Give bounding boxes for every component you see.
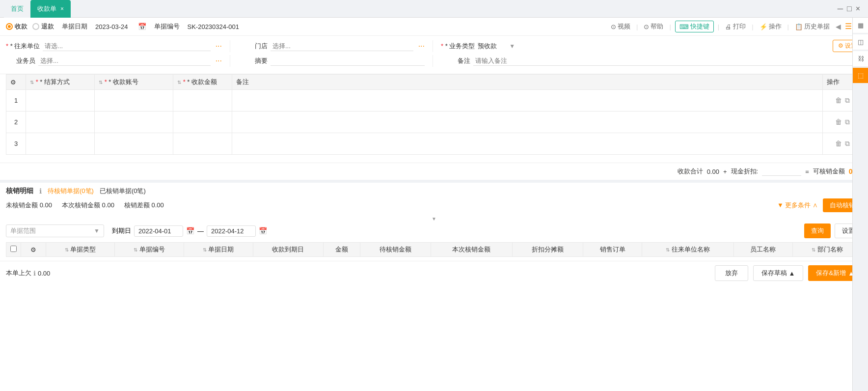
equals-sign: = bbox=[805, 168, 809, 175]
more-conditions-btn[interactable]: ▼ 更多条件 ∧ bbox=[777, 201, 818, 210]
tab-home[interactable]: 首页 bbox=[4, 0, 30, 18]
bottom-table: ⚙ ⇅ 单据类型 ⇅ 单据编号 ⇅ 单据日期 bbox=[6, 242, 862, 257]
delete-btn-2[interactable]: 🗑 bbox=[835, 118, 842, 126]
cell-settlement-2[interactable] bbox=[26, 112, 95, 133]
chevron-down-icon: ▼ bbox=[509, 43, 515, 50]
cell-remark-2[interactable] bbox=[232, 112, 823, 133]
close-button[interactable]: × bbox=[856, 4, 860, 13]
total-value: 0.00 bbox=[707, 168, 719, 175]
radio-tuikuan[interactable]: 退款 bbox=[32, 22, 54, 31]
draft-button[interactable]: 保存草稿 ▲ bbox=[753, 265, 804, 281]
nav-arrows: ◀ bbox=[836, 23, 841, 30]
help-icon: ⊙ bbox=[644, 23, 649, 30]
tab-home-label: 首页 bbox=[11, 4, 24, 13]
due-start-input[interactable] bbox=[134, 225, 183, 237]
shortcut-icon: ⌨ bbox=[679, 23, 689, 30]
cell-amount-3[interactable] bbox=[173, 133, 232, 155]
cell-amount-1[interactable] bbox=[173, 90, 232, 112]
info-icon[interactable]: ℹ bbox=[33, 270, 36, 277]
bottom-table-container: ⚙ ⇅ 单据类型 ⇅ 单据编号 ⇅ 单据日期 bbox=[6, 242, 862, 257]
counterpart-input[interactable] bbox=[43, 41, 210, 51]
cell-account-3[interactable] bbox=[95, 133, 173, 155]
remark-input[interactable] bbox=[473, 56, 862, 66]
prev-arrow[interactable]: ◀ bbox=[836, 23, 841, 30]
circle-icon: ⊙ bbox=[611, 23, 616, 30]
hexiao-stats: 未核销金额 0.00 本次核销金额 0.00 核销差额 0.00 ▼ 更多条件 … bbox=[6, 198, 862, 212]
query-button[interactable]: 查询 bbox=[804, 223, 831, 238]
store-label: 门店 bbox=[238, 42, 268, 51]
business-type-value: 预收款 bbox=[478, 42, 507, 51]
number-value: SK-20230324-001 bbox=[188, 23, 240, 30]
print-btn[interactable]: 🖨 打印 bbox=[723, 21, 748, 32]
tab-close-icon[interactable]: × bbox=[60, 5, 64, 12]
tab-shoukuan[interactable]: 收款单 × bbox=[30, 0, 71, 18]
table-header: ⚙ ⇅ * * 结算方式 ⇅ * * 收款账号 ⇅ * bbox=[6, 75, 862, 90]
calendar-icon[interactable]: 📅 bbox=[138, 23, 146, 30]
cell-remark-1[interactable] bbox=[232, 90, 823, 112]
discount-input[interactable] bbox=[762, 167, 801, 176]
done-link[interactable]: 已核销单据(0笔) bbox=[100, 187, 146, 196]
store-more-btn[interactable]: ··· bbox=[418, 42, 425, 50]
cell-settlement-3[interactable] bbox=[26, 133, 95, 155]
cell-settlement-1[interactable] bbox=[26, 90, 95, 112]
sidebar-icon-3[interactable]: ⛓ bbox=[853, 51, 868, 67]
cell-remark-3[interactable] bbox=[232, 133, 823, 155]
summary-label: 摘要 bbox=[238, 56, 268, 65]
calendar-icon-end[interactable]: 📅 bbox=[259, 227, 267, 235]
business-type-select[interactable]: 预收款 ▼ bbox=[478, 42, 829, 51]
remark-label: 备注 bbox=[441, 56, 470, 65]
pending-link[interactable]: 待核销单据(0笔) bbox=[48, 187, 94, 196]
summary-input[interactable] bbox=[271, 56, 425, 66]
sidebar-icon-1[interactable]: ▦ bbox=[853, 18, 868, 33]
sidebar-icon-2[interactable]: ◫ bbox=[853, 34, 868, 50]
radio-shoukuan[interactable]: 收款 bbox=[6, 22, 27, 31]
hexiao-header: 核销明细 ℹ 待核销单据(0笔) 已核销单据(0笔) bbox=[6, 187, 862, 196]
cell-amount-2[interactable] bbox=[173, 112, 232, 133]
salesperson-more-btn[interactable]: ··· bbox=[216, 57, 222, 65]
th-gear[interactable]: ⚙ bbox=[21, 243, 46, 257]
select-all-checkbox[interactable] bbox=[10, 246, 17, 252]
list-view-btn[interactable]: ☰ bbox=[845, 22, 852, 32]
abandon-button[interactable]: 放弃 bbox=[715, 265, 748, 281]
receivable-label: 可核销金额 bbox=[813, 167, 845, 176]
counterpart-more-btn[interactable]: ··· bbox=[216, 42, 222, 50]
gear-th[interactable]: ⚙ bbox=[6, 75, 26, 90]
cell-account-1[interactable] bbox=[95, 90, 173, 112]
copy-btn-2[interactable]: ⧉ bbox=[845, 118, 850, 126]
store-input[interactable] bbox=[271, 41, 413, 51]
copy-btn-1[interactable]: ⧉ bbox=[845, 96, 850, 105]
due-end-input[interactable] bbox=[207, 225, 256, 237]
action-btn[interactable]: ⚡ 操作 bbox=[758, 21, 784, 32]
plus-sign: + bbox=[723, 168, 727, 175]
copy-btn-3[interactable]: ⧉ bbox=[845, 140, 850, 148]
delete-btn-3[interactable]: 🗑 bbox=[835, 140, 842, 148]
radio-shoukuan-label: 收款 bbox=[15, 22, 27, 31]
link-icon: ⛓ bbox=[858, 55, 864, 62]
sidebar-icon-4[interactable]: ⬚ bbox=[853, 68, 868, 84]
range-select[interactable]: 单据范围 ▼ bbox=[6, 224, 104, 237]
video-btn[interactable]: ⊙ 视频 bbox=[609, 21, 632, 32]
business-type-label: * * 业务类型 bbox=[441, 42, 475, 51]
delete-btn-1[interactable]: 🗑 bbox=[835, 96, 842, 105]
table-row: 2 🗑 ⧉ bbox=[6, 112, 862, 133]
th-amount: ⇅ * * 收款金额 bbox=[173, 75, 232, 90]
history-btn[interactable]: 📋 历史单据 bbox=[793, 21, 832, 32]
help-btn[interactable]: ⊙ 帮助 bbox=[642, 21, 665, 32]
salesperson-input[interactable] bbox=[38, 56, 211, 66]
maximize-button[interactable]: □ bbox=[847, 4, 852, 13]
footer-left: 本单上欠 ℹ 0.00 bbox=[6, 269, 50, 278]
th-doc-date: ⇅ 单据日期 bbox=[184, 243, 253, 257]
minimize-button[interactable]: ─ bbox=[838, 4, 843, 13]
total-label: 收款合计 bbox=[678, 167, 703, 176]
action-icon: ⚡ bbox=[760, 23, 767, 30]
form-row-1: * * 往来单位 ··· 门店 ··· * * 业务类型 预收款 ▼ bbox=[6, 40, 862, 52]
draft-chevron-icon: ▲ bbox=[789, 270, 795, 277]
th-doc-num: ⇅ 单据编号 bbox=[115, 243, 184, 257]
cell-account-2[interactable] bbox=[95, 112, 173, 133]
shortcut-btn[interactable]: ⌨ 快捷键 bbox=[675, 21, 714, 32]
calendar-icon-start[interactable]: 📅 bbox=[186, 227, 194, 235]
hexiao-info-icon[interactable]: ℹ bbox=[39, 187, 42, 195]
th-checkbox[interactable] bbox=[6, 243, 21, 257]
toolbar-right: ⊙ 视频 | ⊙ 帮助 | ⌨ 快捷键 | 🖨 打印 | ⚡ 操作 bbox=[609, 21, 862, 32]
row-num-2: 2 bbox=[6, 112, 26, 133]
